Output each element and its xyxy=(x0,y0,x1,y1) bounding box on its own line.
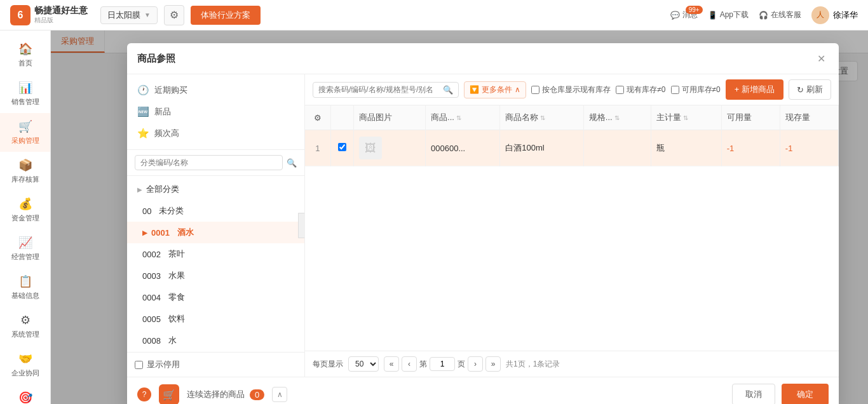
add-product-button[interactable]: + 新增商品 xyxy=(726,79,783,100)
logo-title: 畅捷通好生意 xyxy=(34,5,88,16)
tenant-dropdown[interactable]: 日太阳膜 ▼ xyxy=(100,6,158,24)
category-item-all[interactable]: ▶ 全部分类 xyxy=(127,178,304,200)
product-search-input[interactable] xyxy=(318,85,440,94)
sidebar-label-basic-info: 基础信息 xyxy=(11,291,39,300)
col-image: 商品图片 xyxy=(353,105,426,130)
page-size-label: 每页显示 xyxy=(313,359,343,370)
page-size-select[interactable]: 50 xyxy=(348,356,379,372)
more-filter-button[interactable]: 🔽 更多条件 ∧ xyxy=(464,81,526,98)
recent-icon: 🕐 xyxy=(137,84,149,96)
sidebar-item-collab[interactable]: 🤝 企业协同 xyxy=(0,346,50,384)
tab-recent-purchase[interactable]: 🕐 近期购买 xyxy=(127,79,304,101)
sidebar-item-basic-info[interactable]: 📋 基础信息 xyxy=(0,268,50,307)
page-label: 第 xyxy=(419,359,427,370)
sidebar-item-sales[interactable]: 📊 销售管理 xyxy=(0,74,50,113)
row-select-checkbox[interactable] xyxy=(338,143,346,151)
modal-left-panel: 🕐 近期购买 🆕 新品 ⭐ 频次高 xyxy=(127,74,305,377)
sidebar: 🏠 首页 📊 销售管理 🛒 采购管理 📦 库存核算 💰 资金管理 📈 经营管理 … xyxy=(0,30,51,404)
col-name[interactable]: 商品名称 ⇅ xyxy=(500,105,584,130)
online-service-button[interactable]: 🎧 在线客服 xyxy=(759,10,801,20)
footer-actions: 取消 确定 xyxy=(732,384,829,404)
current-page-input[interactable] xyxy=(430,357,455,371)
sidebar-item-purchase[interactable]: 🛒 采购管理 xyxy=(0,113,50,152)
messages-button[interactable]: 💬 消息 99+ xyxy=(670,10,698,20)
logo-sub: 精品版 xyxy=(34,16,88,25)
row-checkbox[interactable] xyxy=(330,130,353,166)
basic-info-icon: 📋 xyxy=(18,274,32,288)
sidebar-label-system: 系统管理 xyxy=(11,330,39,339)
show-disabled-checkbox[interactable] xyxy=(135,361,143,369)
category-item-fruit[interactable]: 0003 水果 xyxy=(127,265,304,286)
modal-body: 🕐 近期购买 🆕 新品 ⭐ 频次高 xyxy=(127,74,839,377)
row-num: 1 xyxy=(305,130,330,166)
footer-collapse-button[interactable]: ∧ xyxy=(272,387,287,402)
first-page-button[interactable]: « xyxy=(384,356,399,372)
col-spec[interactable]: 规格... ⇅ xyxy=(583,105,651,130)
modal-close-button[interactable]: ✕ xyxy=(813,51,829,66)
app-download-button[interactable]: 📱 App下载 xyxy=(708,10,749,20)
col-unit[interactable]: 主计量 ⇅ xyxy=(651,105,721,130)
system-icon: ⚙ xyxy=(20,313,31,327)
show-disabled-label[interactable]: 显示停用 xyxy=(147,359,180,370)
category-item-snack[interactable]: 0004 零食 xyxy=(127,286,304,308)
category-search: 🔍 xyxy=(127,150,304,176)
star-icon: ⭐ xyxy=(137,128,149,139)
category-search-input[interactable] xyxy=(135,155,283,170)
sidebar-item-finance[interactable]: 💰 资金管理 xyxy=(0,191,50,229)
right-toolbar: 🔍 🔽 更多条件 ∧ 按仓库显示现有库存 xyxy=(305,74,839,105)
chevron-right-icon: ▶ xyxy=(137,186,142,193)
tab-frequent[interactable]: ⭐ 频次高 xyxy=(127,123,304,144)
sidebar-label-sales: 销售管理 xyxy=(11,97,39,107)
category-item-uncategorized[interactable]: 00 未分类 xyxy=(127,200,304,222)
trial-button[interactable]: 体验行业方案 xyxy=(191,6,261,25)
help-button[interactable]: ? xyxy=(137,387,151,401)
message-icon: 💬 xyxy=(670,11,680,20)
confirm-button[interactable]: 确定 xyxy=(782,384,829,404)
collapse-icon: 《 xyxy=(301,221,305,230)
tab-new-product[interactable]: 🆕 新品 xyxy=(127,101,304,123)
modal-footer: ? 🛒 连续选择的商品 0 ∧ 取消 确定 xyxy=(127,377,839,404)
sidebar-item-operations[interactable]: 📈 经营管理 xyxy=(0,229,50,268)
continuous-select-info: 连续选择的商品 0 xyxy=(187,389,264,400)
next-page-button[interactable]: › xyxy=(468,356,483,372)
sidebar-item-home[interactable]: 🏠 首页 xyxy=(0,36,50,74)
new-icon: 🆕 xyxy=(137,106,149,118)
modal-title: 商品参照 xyxy=(137,53,175,65)
warehouse-stock-checkbox[interactable] xyxy=(531,86,539,94)
refresh-button[interactable]: ↻ 刷新 xyxy=(789,79,831,100)
search-icon[interactable]: 🔍 xyxy=(443,85,453,95)
table-row[interactable]: 1 🖼 xyxy=(305,130,839,166)
available-stock-checkbox[interactable] xyxy=(671,86,679,94)
sidebar-item-guide[interactable]: 🎯 新手引导 xyxy=(0,384,50,404)
row-stock: -1 xyxy=(780,130,838,166)
user-menu[interactable]: 人 徐泽华 xyxy=(811,6,858,24)
cart-button[interactable]: 🛒 xyxy=(159,384,179,404)
col-settings[interactable]: ⚙ xyxy=(305,105,330,130)
nonzero-stock-checkbox[interactable] xyxy=(616,86,624,94)
product-thumbnail: 🖼 xyxy=(359,137,382,159)
cancel-button[interactable]: 取消 xyxy=(732,384,775,404)
sort-icon: ⇅ xyxy=(614,114,620,121)
chevron-right-icon-active: ▶ xyxy=(142,229,147,236)
page-total: 共1页，1条记录 xyxy=(506,359,560,370)
category-item-tea[interactable]: 0002 茶叶 xyxy=(127,243,304,265)
main-layout: 🏠 首页 📊 销售管理 🛒 采购管理 📦 库存核算 💰 资金管理 📈 经营管理 … xyxy=(0,30,868,404)
sidebar-item-inventory[interactable]: 📦 库存核算 xyxy=(0,152,50,191)
collapse-panel-button[interactable]: 《 xyxy=(298,213,305,238)
row-name: 白酒100ml xyxy=(500,130,584,166)
row-spec xyxy=(583,130,651,166)
last-page-button[interactable]: » xyxy=(485,356,501,372)
sidebar-item-system[interactable]: ⚙ 系统管理 xyxy=(0,307,50,346)
product-table: ⚙ 商品图片 商品... xyxy=(305,105,839,166)
question-icon: ? xyxy=(142,390,147,399)
col-available: 可用量 xyxy=(721,105,780,130)
category-item-beverage[interactable]: 0005 饮料 xyxy=(127,308,304,330)
sidebar-label-inventory: 库存核算 xyxy=(11,175,39,184)
prev-page-button[interactable]: ‹ xyxy=(402,356,417,372)
category-item-liquor[interactable]: ▶ 0001 酒水 xyxy=(127,222,304,243)
search-icon[interactable]: 🔍 xyxy=(287,158,297,168)
col-code[interactable]: 商品... ⇅ xyxy=(426,105,500,130)
category-item-water[interactable]: 0008 水 xyxy=(127,330,304,351)
settings-button[interactable]: ⚙ xyxy=(164,5,184,25)
sidebar-label-collab: 企业协同 xyxy=(11,368,39,378)
